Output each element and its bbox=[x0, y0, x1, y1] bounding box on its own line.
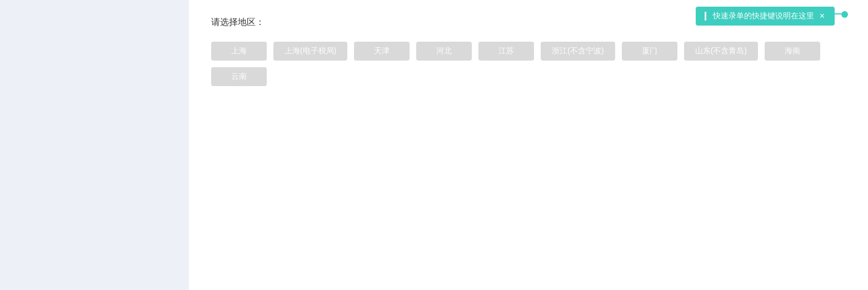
region-button-group: 上海上海(电子税局)天津河北江苏浙江(不含宁波)厦门山东(不含青岛)海南云南 bbox=[211, 42, 846, 86]
tooltip-dot bbox=[841, 11, 848, 18]
region-button-hainan[interactable]: 海南 bbox=[765, 42, 820, 61]
bar-decoration-icon bbox=[705, 12, 706, 21]
left-sidebar bbox=[0, 0, 189, 290]
tooltip-connector-line bbox=[834, 13, 841, 14]
region-button-xiamen[interactable]: 厦门 bbox=[622, 42, 677, 61]
region-button-shandong[interactable]: 山东(不含青岛) bbox=[684, 42, 758, 61]
region-button-shanghai-etax[interactable]: 上海(电子税局) bbox=[273, 42, 347, 61]
tooltip-bar: 快速录单的快捷键说明在这里 × bbox=[696, 7, 835, 26]
region-button-yunnan[interactable]: 云南 bbox=[211, 67, 267, 86]
main-content: 请选择地区： 上海上海(电子税局)天津河北江苏浙江(不含宁波)厦门山东(不含青岛… bbox=[189, 0, 868, 290]
region-button-zhejiang[interactable]: 浙江(不含宁波) bbox=[541, 42, 615, 61]
region-button-shanghai[interactable]: 上海 bbox=[211, 42, 267, 61]
tooltip-close-button[interactable]: × bbox=[819, 12, 826, 21]
region-button-tianjin[interactable]: 天津 bbox=[354, 42, 410, 61]
region-button-jiangsu[interactable]: 江苏 bbox=[478, 42, 534, 61]
tooltip-text: 快速录单的快捷键说明在这里 bbox=[713, 11, 814, 21]
region-button-hebei[interactable]: 河北 bbox=[416, 42, 472, 61]
